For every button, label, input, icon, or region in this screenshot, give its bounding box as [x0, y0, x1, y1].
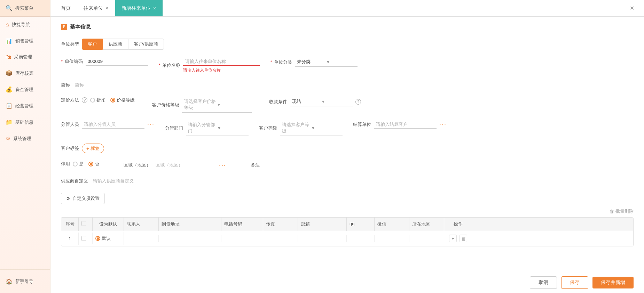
name-required: * [159, 63, 160, 68]
td-phone [221, 235, 263, 242]
shortname-input[interactable] [73, 81, 142, 89]
supplier-custom-input[interactable] [91, 177, 167, 185]
name-input[interactable] [183, 57, 260, 66]
th-check [79, 218, 93, 231]
manager-input[interactable] [82, 120, 144, 129]
settlement-input[interactable] [374, 120, 437, 129]
region-more-icon[interactable]: ··· [219, 162, 226, 169]
type-btn-supplier[interactable]: 供应商 [103, 39, 128, 50]
tab-counterparty-label: 往来单位 [84, 5, 103, 11]
category-dropdown-arrow: ▾ [327, 59, 355, 65]
pricing-discount-radio-circle [90, 98, 95, 103]
manager-field: 分管人员 ··· [61, 120, 155, 129]
sidebar-item-sysadmin[interactable]: ⚙ 系统管理 [0, 130, 50, 147]
pricing-radio-discount[interactable]: 折扣 [90, 97, 105, 103]
row-delete-button[interactable]: 🗑 [460, 235, 467, 242]
dept-dropdown[interactable]: 请输入分管部门 ▾ [186, 120, 249, 136]
tab-home[interactable]: 首页 [55, 0, 77, 16]
sidebar-item-newbie[interactable]: 🏠 新手引导 [0, 273, 50, 290]
save-and-new-button[interactable]: 保存并新增 [592, 277, 634, 288]
type-btn-both[interactable]: 客户/供应商 [128, 39, 164, 50]
pricing-radio-group: 折扣 价格等级 [90, 97, 135, 103]
dept-field: 分管部门 请输入分管部门 ▾ [165, 120, 249, 136]
pricing-label: 定价方法 [61, 97, 79, 103]
settlement-more-icon[interactable]: ··· [439, 121, 447, 128]
manager-more-icon[interactable]: ··· [147, 121, 155, 128]
home-icon: ⌂ [6, 22, 9, 28]
sidebar-item-basicinfo[interactable]: 📁 基础信息 [0, 114, 50, 130]
sidebar-item-label: 资金管理 [15, 87, 33, 93]
name-field: * 单位名称 请输入往来单位名称 [159, 57, 260, 73]
batch-delete-button[interactable]: 🗑 批量删除 [610, 208, 634, 214]
disabled-yes[interactable]: 是 [73, 161, 84, 167]
disabled-no-label: 否 [95, 161, 99, 167]
payment-dropdown[interactable]: 现结 ▾ [290, 97, 353, 106]
customer-level-dropdown[interactable]: 请选择客户等级 ▾ [280, 120, 343, 136]
sidebar-item-label: 系统管理 [13, 136, 31, 142]
close-all-tabs[interactable]: ✕ [624, 5, 640, 11]
close-new-counterparty-tab[interactable]: ✕ [153, 6, 156, 11]
dept-placeholder: 请输入分管部门 [188, 122, 217, 134]
settlement-field: 结算单位 ··· [353, 120, 447, 129]
close-counterparty-tab[interactable]: ✕ [105, 6, 109, 11]
notes-field: 备注 [251, 161, 339, 169]
shortname-field: 简称 [61, 81, 142, 89]
notes-input[interactable] [262, 161, 339, 169]
row-add-button[interactable]: + [449, 235, 457, 242]
clipboard-icon: 📋 [6, 103, 13, 109]
cancel-button[interactable]: 取消 [530, 276, 557, 289]
sidebar-item-operations[interactable]: 📋 经营管理 [0, 98, 50, 114]
sidebar-item-search[interactable]: 🔍 搜索菜单 [0, 0, 50, 17]
customer-price-label: 客户价格等级 [152, 102, 179, 108]
row-default-circle [95, 236, 100, 241]
th-region: 所在地区 [409, 218, 444, 231]
supplier-custom-row: 供应商自定义 [61, 177, 634, 185]
custom-settings-button[interactable]: ⚙ 自定义项设置 [61, 193, 105, 204]
category-label: * 单位分类 [270, 59, 292, 65]
row-checkbox[interactable] [81, 236, 86, 241]
save-button[interactable]: 保存 [561, 276, 588, 289]
sidebar-item-purchase[interactable]: 🛍 采购管理 [0, 49, 50, 65]
sidebar-item-finance[interactable]: 💰 资金管理 [0, 81, 50, 98]
add-tag-button[interactable]: + 标签 [82, 144, 104, 153]
disabled-no[interactable]: 否 [88, 161, 99, 167]
folder-icon: 📁 [6, 119, 13, 125]
region-field: 区域（地区） ··· [124, 161, 226, 169]
th-addr: 到货地址 [159, 218, 221, 231]
sidebar-item-sales[interactable]: 📊 销售管理 [0, 33, 50, 49]
tab-counterparty[interactable]: 往来单位 ✕ [77, 0, 115, 16]
name-field-wrapper: 请输入往来单位名称 [183, 57, 260, 73]
row-default-radio[interactable]: 默认 [95, 235, 121, 242]
tags-field: 客户标签 + 标签 [61, 144, 104, 153]
td-action: + 🗑 [444, 231, 472, 246]
customer-level-field: 客户等级 请选择客户等级 ▾ [259, 120, 343, 136]
pricing-help-icon[interactable]: ? [82, 97, 87, 103]
tags-label: 客户标签 [61, 145, 79, 152]
header-checkbox[interactable] [81, 221, 86, 226]
customer-price-dropdown[interactable]: 请选择客户价格等级 ▾ [182, 97, 252, 113]
row-default-label: 默认 [102, 235, 111, 242]
dept-arrow: ▾ [218, 125, 246, 131]
region-label: 区域（地区） [124, 162, 151, 168]
category-field: * 单位分类 未分类 ▾ [270, 57, 358, 67]
tab-new-counterparty[interactable]: 新增往来单位 ✕ [115, 0, 163, 16]
table-row: 1 默认 [61, 231, 633, 246]
region-input[interactable] [154, 161, 216, 169]
sidebar-item-label: 快捷导航 [12, 22, 30, 28]
customer-price-placeholder: 请选择客户价格等级 [184, 98, 216, 111]
pricing-discount-label: 折扣 [96, 97, 105, 103]
tabbar: 首页 往来单位 ✕ 新增往来单位 ✕ ✕ [50, 0, 644, 17]
customer-level-label: 客户等级 [259, 125, 277, 131]
pricing-radio-pricelevel[interactable]: 价格等级 [110, 97, 135, 103]
type-btn-customer[interactable]: 客户 [82, 39, 103, 50]
sidebar-item-quicknav[interactable]: ⌂ 快捷导航 [0, 17, 50, 33]
payment-help-icon[interactable]: ? [355, 99, 361, 105]
category-dropdown[interactable]: 未分类 ▾ [295, 57, 358, 67]
section-title: 基本信息 [70, 24, 91, 30]
shortname-label: 简称 [61, 82, 70, 88]
code-input[interactable] [86, 57, 148, 66]
shortname-row: 简称 [61, 81, 634, 89]
code-label: * 单位编码 [61, 58, 83, 65]
name-label: * 单位名称 [159, 62, 181, 68]
sidebar-item-inventory[interactable]: 📦 库存核算 [0, 65, 50, 81]
